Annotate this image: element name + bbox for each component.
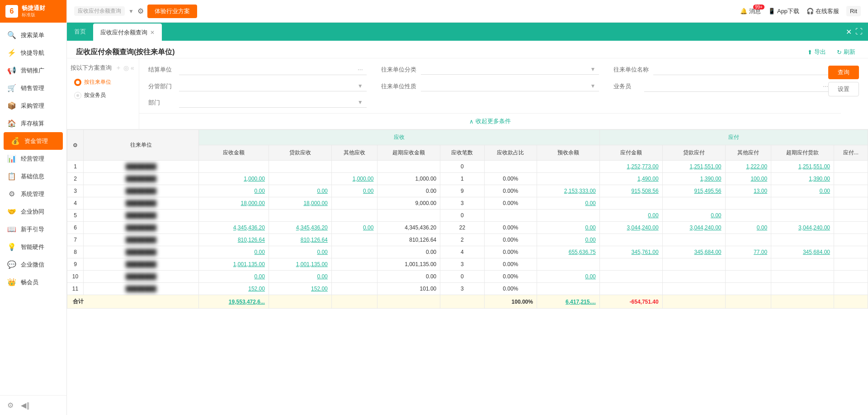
table-cell[interactable]: 13.00 [725, 185, 771, 197]
sidebar-item-13[interactable]: 💬企业微信 [0, 256, 66, 273]
filter-item-salesperson[interactable]: 按业务员 [67, 89, 139, 102]
table-cell[interactable]: 1,490.00 [599, 173, 662, 185]
table-cell[interactable]: 0.00 [269, 271, 331, 283]
partner-name-cell[interactable]: ████████ [84, 173, 199, 185]
table-cell[interactable]: 1,000.00 [199, 173, 269, 185]
table-cell[interactable]: 0.00 [662, 210, 725, 222]
sidebar-item-10[interactable]: 🤝企业协同 [0, 203, 66, 220]
sidebar-item-7[interactable]: 📊经营管理 [0, 150, 66, 167]
table-cell[interactable]: 0.00 [725, 222, 771, 234]
gear-header[interactable]: ⚙ [67, 130, 84, 161]
table-cell[interactable]: 915,495.56 [662, 185, 725, 197]
dept-dropdown[interactable]: ▼ [179, 97, 367, 108]
table-cell[interactable]: 4,345,436.20 [199, 222, 269, 234]
sidebar-item-1[interactable]: ⚡快捷导航 [0, 44, 66, 62]
topbar-gear-icon[interactable]: ⚙ [137, 7, 144, 15]
table-cell[interactable]: 345,684.00 [662, 246, 725, 258]
footer-ar-amount[interactable]: 19,553,472,6... [199, 295, 269, 309]
sidebar-item-9[interactable]: ⚙系统管理 [0, 185, 66, 203]
partner-name-cell[interactable]: ████████ [84, 161, 199, 173]
partner-name-cell[interactable]: ████████ [84, 234, 199, 246]
sidebar-item-12[interactable]: 💡智能硬件 [0, 238, 66, 256]
partner-name-input[interactable] [653, 64, 832, 75]
collapse-button[interactable]: ∧ 收起更多条件 [469, 117, 511, 125]
partner-name-cell[interactable]: ████████ [84, 210, 199, 222]
table-cell[interactable]: 4,345,436.20 [269, 222, 331, 234]
table-cell[interactable]: 1,222.00 [725, 161, 771, 173]
tab-home[interactable]: 首页 [67, 23, 93, 41]
add-filter-icon[interactable]: ＋ [115, 64, 122, 72]
table-cell[interactable]: 0.00 [269, 185, 331, 197]
online-service-button[interactable]: 🎧 在线客服 [807, 7, 839, 15]
sidebar-item-11[interactable]: 📖新手引导 [0, 220, 66, 238]
table-cell[interactable]: 100.00 [725, 173, 771, 185]
settlement-input[interactable]: ··· [179, 64, 367, 75]
window-close-icon[interactable]: ✕ [846, 28, 852, 36]
table-cell[interactable]: 0.00 [537, 222, 599, 234]
salesperson-input[interactable]: ··· [644, 81, 832, 92]
table-cell[interactable]: 655,636.75 [537, 246, 599, 258]
refresh-button[interactable]: ↻ 刷新 [833, 46, 859, 58]
settlement-dots[interactable]: ··· [358, 66, 363, 73]
table-cell[interactable]: 3,044,240.00 [599, 222, 662, 234]
dept-head-dropdown[interactable]: ▼ [179, 81, 367, 91]
sidebar-item-4[interactable]: 📦采购管理 [0, 97, 66, 114]
table-cell[interactable]: 1,251,551.00 [662, 161, 725, 173]
app-download-button[interactable]: 📱 App下载 [768, 7, 799, 15]
table-cell[interactable]: 1,251,551.00 [771, 161, 834, 173]
table-cell[interactable]: 152.00 [269, 283, 331, 295]
settings-button[interactable]: 设置 [828, 82, 859, 96]
tab-query[interactable]: 应收应付余额查询 ✕ [93, 24, 162, 42]
partner-nature-dropdown[interactable]: ▼ [421, 81, 599, 91]
sidebar-item-8[interactable]: 📋基础信息 [0, 167, 66, 185]
partner-name-cell[interactable]: ████████ [84, 271, 199, 283]
table-cell[interactable]: 3,044,240.00 [771, 222, 834, 234]
sidebar-item-2[interactable]: 📢营销推广 [0, 62, 66, 79]
settings-icon[interactable]: ⚙ [7, 401, 14, 410]
partner-name-cell[interactable]: ████████ [84, 185, 199, 197]
sidebar-item-3[interactable]: 🛒销售管理 [0, 79, 66, 97]
table-cell[interactable]: 77.00 [725, 246, 771, 258]
table-cell[interactable]: 0.00 [269, 246, 331, 258]
table-cell[interactable]: 0.00 [537, 271, 599, 283]
export-button[interactable]: ⬆ 导出 [804, 46, 830, 58]
sidebar-item-14[interactable]: 👑畅会员 [0, 273, 66, 291]
table-cell[interactable]: 915,508.56 [599, 185, 662, 197]
table-cell[interactable]: 152.00 [199, 283, 269, 295]
table-cell[interactable]: 0.00 [537, 234, 599, 246]
table-cell[interactable]: 345,684.00 [771, 246, 834, 258]
table-cell[interactable]: 810,126.64 [269, 234, 331, 246]
partner-name-cell[interactable]: ████████ [84, 222, 199, 234]
settings-filter-icon[interactable]: ◎ [123, 64, 129, 72]
tab-close-icon[interactable]: ✕ [150, 29, 155, 36]
trial-button[interactable]: 体验行业方案 [147, 5, 197, 18]
table-cell[interactable]: 0.00 [537, 197, 599, 210]
sidebar-item-6[interactable]: 💰资金管理 [4, 132, 63, 150]
table-cell[interactable]: 3,044,240.00 [662, 222, 725, 234]
table-cell[interactable]: 18,000.00 [199, 197, 269, 210]
table-cell[interactable]: 1,252,773.00 [599, 161, 662, 173]
table-cell[interactable]: 0.00 [199, 185, 269, 197]
collapse-filter-icon[interactable]: « [131, 64, 134, 72]
table-cell[interactable]: 345,761.00 [599, 246, 662, 258]
table-cell[interactable]: 1,000.00 [331, 173, 377, 185]
table-cell[interactable]: 1,001,135.00 [199, 258, 269, 271]
footer-advance[interactable]: 6,417,215.... [537, 295, 599, 309]
table-cell[interactable]: 0.00 [771, 185, 834, 197]
table-cell[interactable]: 0.00 [331, 222, 377, 234]
table-cell[interactable]: 1,001,135.00 [269, 258, 331, 271]
sidebar-item-0[interactable]: 🔍搜索菜单 [0, 26, 66, 44]
partner-name-cell[interactable]: ████████ [84, 283, 199, 295]
window-expand-icon[interactable]: ⛶ [855, 28, 863, 36]
filter-item-partner[interactable]: 按往来单位 [67, 76, 139, 89]
collapse-icon[interactable]: ◀‖ [21, 401, 30, 410]
table-cell[interactable]: 0.00 [199, 271, 269, 283]
partner-name-cell[interactable]: ████████ [84, 246, 199, 258]
query-button[interactable]: 查询 [828, 66, 859, 79]
partner-cat-dropdown[interactable]: ▼ [421, 64, 599, 75]
sidebar-item-5[interactable]: 🏠库存核算 [0, 114, 66, 132]
partner-name-cell[interactable]: ████████ [84, 197, 199, 210]
table-cell[interactable]: 0.00 [199, 246, 269, 258]
table-cell[interactable]: 1,390.00 [771, 173, 834, 185]
table-cell[interactable]: 0.00 [331, 185, 377, 197]
